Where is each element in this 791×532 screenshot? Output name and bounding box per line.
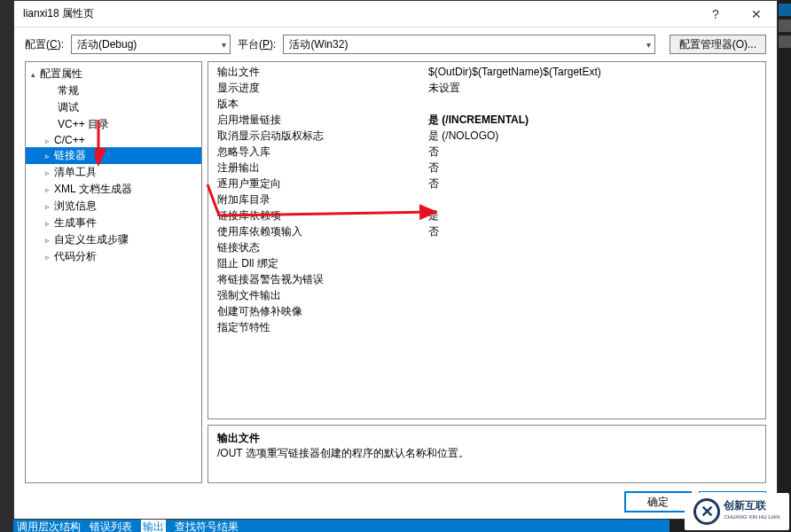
platform-combo[interactable]: 活动(Win32) ▾ — [283, 35, 655, 54]
chevron-down-icon: ▾ — [646, 40, 651, 50]
status-item[interactable]: 错误列表 — [90, 520, 132, 532]
dock-tab-icon[interactable] — [779, 20, 791, 32]
prop-row: 逐用户重定向否 — [208, 176, 765, 192]
tree-item-debugging[interactable]: 调试 — [26, 99, 201, 116]
prop-row: 将链接器警告视为错误 — [208, 271, 765, 287]
dock-tab-icon[interactable] — [779, 35, 791, 48]
ide-status-bar: 调用层次结构 错误列表 输出 查找符号结果 — [13, 520, 670, 532]
triangle-right-icon: ▹ — [45, 202, 54, 211]
ok-button[interactable]: 确定 — [624, 491, 692, 512]
description-body: /OUT 选项重写链接器创建的程序的默认名称和位置。 — [217, 446, 756, 461]
status-item[interactable]: 调用层次结构 — [17, 520, 81, 532]
ide-right-dock — [779, 0, 791, 520]
prop-row: 指定节特性 — [208, 319, 765, 335]
status-item[interactable]: 查找符号结果 — [175, 520, 239, 532]
prop-row: 注册输出否 — [208, 160, 765, 176]
prop-row: 显示进度未设置 — [208, 80, 765, 96]
logo-icon: ✕ — [693, 498, 720, 525]
triangle-right-icon: ▹ — [45, 168, 54, 177]
watermark-logo: ✕ 创新互联CHUANG XIN HU LIAN — [685, 493, 789, 530]
prop-row: 版本 — [208, 96, 765, 112]
category-tree[interactable]: ▴配置属性 常规 调试 VC++ 目录 ▹C/C++ ▹链接器 ▹清单工具 ▹X… — [25, 61, 202, 483]
config-label: 配置(C): — [25, 37, 64, 52]
titlebar: lianxi18 属性页 ? ✕ — [14, 1, 777, 27]
dock-tab-icon[interactable] — [779, 4, 791, 16]
prop-row: 强制文件输出 — [208, 287, 765, 303]
description-title: 输出文件 — [217, 431, 756, 446]
prop-row: 启用增量链接是 (/INCREMENTAL) — [208, 112, 765, 128]
tree-item-buildevents[interactable]: ▹生成事件 — [26, 215, 201, 231]
triangle-right-icon: ▹ — [45, 236, 54, 245]
prop-row: 取消显示启动版权标志是 (/NOLOGO) — [208, 128, 765, 144]
tree-item-custombuild[interactable]: ▹自定义生成步骤 — [26, 231, 201, 248]
triangle-right-icon: ▹ — [45, 185, 54, 194]
platform-value: 活动(Win32) — [289, 37, 348, 52]
tree-root-config-props[interactable]: ▴配置属性 — [26, 66, 201, 82]
window-title: lianxi18 属性页 — [23, 6, 695, 21]
tree-item-general[interactable]: 常规 — [26, 82, 201, 99]
chevron-down-icon: ▾ — [222, 40, 226, 50]
prop-row: 链接库依赖项是 — [208, 207, 765, 223]
tree-item-xmldoc[interactable]: ▹XML 文档生成器 — [26, 181, 201, 198]
status-item[interactable]: 输出 — [141, 520, 166, 532]
configuration-combo[interactable]: 活动(Debug) ▾ — [71, 35, 231, 54]
prop-row: 使用库依赖项输入否 — [208, 223, 765, 239]
tree-item-manifest[interactable]: ▹清单工具 — [26, 164, 201, 181]
prop-row: 创建可热修补映像 — [208, 303, 765, 319]
right-pane: 输出文件$(OutDir)$(TargetName)$(TargetExt) 显… — [208, 61, 766, 483]
triangle-right-icon: ▹ — [45, 152, 54, 160]
config-row: 配置(C): 活动(Debug) ▾ 平台(P): 活动(Win32) ▾ 配置… — [14, 27, 777, 61]
prop-row: 阻止 Dll 绑定 — [208, 255, 765, 271]
prop-row: 附加库目录 — [208, 192, 765, 207]
triangle-down-icon: ▴ — [31, 70, 40, 79]
ide-left-dock — [0, 0, 13, 532]
prop-row: 输出文件$(OutDir)$(TargetName)$(TargetExt) — [208, 64, 765, 80]
property-grid[interactable]: 输出文件$(OutDir)$(TargetName)$(TargetExt) 显… — [208, 61, 766, 419]
close-button[interactable]: ✕ — [736, 1, 777, 27]
triangle-right-icon: ▹ — [45, 253, 54, 262]
property-pages-dialog: lianxi18 属性页 ? ✕ 配置(C): 活动(Debug) ▾ 平台(P… — [13, 0, 778, 520]
triangle-right-icon: ▹ — [45, 137, 54, 145]
tree-item-linker[interactable]: ▹链接器 — [26, 147, 201, 164]
configuration-manager-button[interactable]: 配置管理器(O)... — [670, 35, 766, 54]
description-box: 输出文件 /OUT 选项重写链接器创建的程序的默认名称和位置。 — [208, 425, 766, 483]
help-button[interactable]: ? — [695, 1, 736, 27]
platform-label: 平台(P): — [238, 37, 276, 52]
logo-text: 创新互联CHUANG XIN HU LIAN — [724, 500, 779, 523]
tree-item-ccpp[interactable]: ▹C/C++ — [26, 133, 201, 147]
triangle-right-icon: ▹ — [45, 219, 54, 228]
configuration-value: 活动(Debug) — [77, 37, 137, 52]
prop-row: 链接状态 — [208, 239, 765, 255]
prop-row: 忽略导入库否 — [208, 144, 765, 160]
tree-item-vcdirs[interactable]: VC++ 目录 — [26, 116, 201, 133]
tree-item-codeanalysis[interactable]: ▹代码分析 — [26, 248, 201, 265]
main-area: ▴配置属性 常规 调试 VC++ 目录 ▹C/C++ ▹链接器 ▹清单工具 ▹X… — [14, 61, 777, 487]
tree-item-browseinfo[interactable]: ▹浏览信息 — [26, 198, 201, 215]
